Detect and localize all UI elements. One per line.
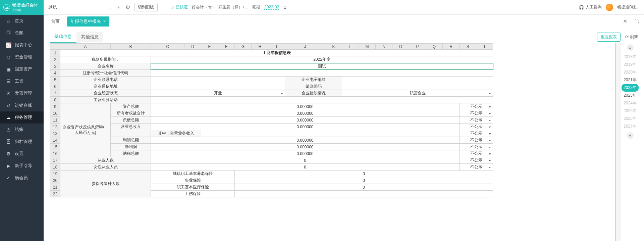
row-header[interactable]: 9 [50,103,60,110]
cell[interactable]: 不公示 [460,117,493,124]
year-item[interactable]: 2022年 [622,84,639,92]
row-header[interactable]: 6 [50,83,60,90]
sidebar-item-archive[interactable]: 🗄归档管理 [0,136,44,148]
cell[interactable]: 资产总额 [111,103,151,110]
column-header[interactable]: R [443,44,460,50]
cell[interactable]: 纳税总额 [111,150,151,157]
year-item[interactable]: 2027年 [622,123,639,130]
row-header[interactable]: 13 [50,130,60,137]
year-item[interactable]: 2025年 [622,107,639,115]
cell[interactable]: 开业 [151,90,285,97]
cell[interactable]: 其中：主营业务收入 [151,130,201,137]
column-header[interactable]: N [376,44,392,50]
year-item[interactable]: 2018年 [622,53,639,61]
row-header[interactable]: 22 [50,191,60,197]
column-header[interactable]: L [342,44,359,50]
row-header[interactable]: 18 [50,164,60,171]
column-header[interactable]: B [111,44,151,50]
cell[interactable]: 企业联系电话 [60,77,151,83]
cell[interactable] [151,70,493,77]
sidebar-item-ledger[interactable]: ⿴总账 [0,27,44,39]
refresh-button[interactable]: ⟳ 刷新 [625,34,638,40]
sidebar-item-inventory[interactable]: ⇄进销台账 [0,99,44,111]
sidebar-item-invoice[interactable]: ⎘发票管理 [0,87,44,99]
cell[interactable]: 负债总额 [111,117,151,124]
sidebar-item-tax[interactable]: ☁税务管理 [0,111,44,124]
sidebar-item-settings[interactable]: ⚙设置 [0,148,44,160]
row-header[interactable]: 15 [50,144,60,150]
cell[interactable] [235,191,493,197]
avatar[interactable] [606,4,613,11]
org-selector[interactable]: 测试 ⌄ [48,3,112,12]
cell[interactable]: 0.000000 [151,150,460,157]
row-header[interactable]: 7 [50,90,60,97]
row-header[interactable]: 12 [50,124,60,130]
close-icon[interactable]: ✕ [103,19,106,23]
cell[interactable]: 不公示 [460,110,493,117]
cell[interactable]: 0 [151,157,460,164]
cell[interactable]: 0.000000 [151,103,460,110]
cell[interactable]: 营业总收入 [111,124,151,130]
cell[interactable]: 职工基本医疗保险 [151,184,235,191]
tab-home[interactable]: 首页 [47,15,64,28]
sidebar-item-home[interactable]: ⌂首页 [0,15,44,27]
cell[interactable]: 企业电子邮箱 [285,77,342,83]
year-item[interactable]: 2023年 [622,92,639,99]
column-header[interactable]: I [268,44,285,50]
row-header[interactable]: 8 [50,97,60,103]
close-all-tabs-icon[interactable]: ✕ [621,18,629,25]
cell[interactable] [111,130,151,137]
cell[interactable]: 0.000000 [151,137,460,144]
column-header[interactable]: A [60,44,111,50]
column-header[interactable]: J [285,44,325,50]
support-link[interactable]: 🎧 人工咨询 [579,4,602,10]
cell[interactable]: 0.000000 [151,144,460,150]
row-header[interactable]: 16 [50,150,60,157]
cell[interactable] [342,83,493,90]
cell[interactable]: 0.000000 [151,110,460,117]
column-header[interactable]: F [218,44,235,50]
column-header[interactable]: D [184,44,201,50]
column-header[interactable]: T [476,44,493,50]
row-header[interactable]: 3 [50,63,60,70]
cell[interactable]: 不公示 [460,137,493,144]
cell[interactable]: 不公示 [460,103,493,110]
cell[interactable]: 不公示 [460,130,493,137]
cell[interactable]: 所有者权益合计 [111,110,151,117]
cell[interactable]: 0 [235,171,493,177]
company-name-cell[interactable]: 测试 [151,63,493,70]
row-header[interactable]: 1 [50,50,60,56]
cell[interactable]: 企业经营状态 [60,90,151,97]
row-header[interactable]: 11 [50,117,60,124]
scrollbar-vertical[interactable] [615,43,621,241]
column-header[interactable]: Q [426,44,443,50]
cell[interactable]: 企业通信地址 [60,83,151,90]
cell[interactable]: 2022年度 [151,56,493,63]
row-header[interactable]: 19 [50,171,60,177]
sidebar-item-member[interactable]: ✓畅会员 [0,172,44,184]
cell[interactable]: 城镇职工基本养老保险 [151,171,235,177]
switch-old-version-button[interactable]: 切到旧版 [134,3,158,11]
subtab-basic[interactable]: 基础信息 [50,31,76,43]
cell[interactable]: 主营业务活动 [60,97,151,103]
settings-icon[interactable]: ⚙ [125,4,130,10]
cell[interactable]: 0 [235,177,493,184]
row-header[interactable]: 14 [50,137,60,144]
column-header[interactable]: E [201,44,218,50]
cell[interactable]: 净利润 [111,144,151,150]
column-header[interactable]: K [325,44,342,50]
reset-report-button[interactable]: 重置报表 [597,33,621,42]
spreadsheet[interactable]: ABCDEFGHIJKLMNOPQRST1工商年报信息表2税款所属期间：2022… [50,43,615,241]
cell[interactable]: 0.000000 [151,124,460,130]
subtab-other[interactable]: 其他信息 [76,32,103,42]
row-header[interactable]: 4 [50,70,60,77]
cell[interactable]: 私营企业 [342,90,493,97]
cell[interactable]: 利润总额 [111,137,151,144]
column-header[interactable]: O [392,44,409,50]
user-menu[interactable]: 畅捷通B组... [617,4,639,10]
select-all-cell[interactable] [50,44,60,50]
column-header[interactable]: P [409,44,426,50]
cell[interactable]: 工商年报信息表 [60,50,493,56]
cell[interactable]: 从业人数 [60,157,151,164]
cell[interactable]: 不公示 [460,150,493,157]
